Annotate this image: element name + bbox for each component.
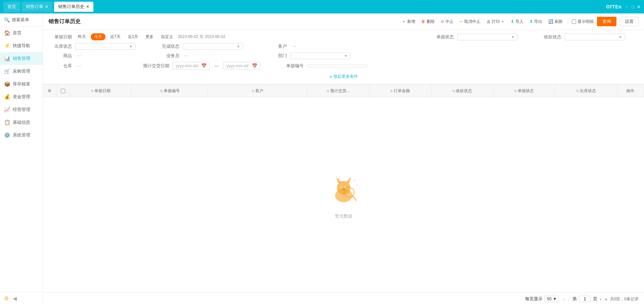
sidebar-item-quick-nav[interactable]: ⚡ 快捷导航 — [0, 39, 43, 52]
th-out-status[interactable]: ⇅ 出库状态 — [555, 85, 617, 97]
th-out-status-label: 出库状态 — [580, 88, 596, 94]
th-settings[interactable]: ⚙ — [43, 85, 56, 97]
sort-icon-bill: ⇅ — [514, 89, 517, 93]
tab-sales-order[interactable]: 销售订单 ✕ — [22, 2, 52, 12]
display-toggle[interactable]: 显示明细 — [572, 19, 594, 25]
sort-icon-pay: ⇅ — [452, 89, 455, 93]
customer-ellipsis[interactable]: ··· — [290, 43, 297, 49]
tab-sales-order-label: 销售订单 — [26, 4, 43, 10]
cal-to-icon: 📅 — [252, 63, 257, 68]
th-checkbox[interactable] — [56, 85, 70, 97]
set-button[interactable]: 设置 — [620, 17, 639, 26]
refresh-icon: 🔄 — [548, 19, 553, 24]
select-all-checkbox[interactable] — [61, 89, 65, 93]
th-amount[interactable]: ⇅ 订单金额 — [369, 85, 431, 97]
date-group: 昨天 今天 近7天 近1月 更多 自定义 2023-06-02 至 2023-0… — [75, 33, 225, 40]
display-toggle-checkbox[interactable] — [572, 20, 576, 24]
out-status-control: ▼ — [75, 43, 149, 50]
add-label: 新增 — [407, 19, 415, 25]
date-custom[interactable]: 自定义 — [158, 33, 176, 40]
settings-bottom-icon[interactable]: ⚙ — [4, 295, 9, 302]
export-button[interactable]: ⬆ 导出 — [528, 18, 544, 25]
bill-number-control — [307, 65, 381, 67]
tab-sales-order-history-close[interactable]: ✕ — [86, 4, 89, 9]
sidebar-item-sales[interactable]: 📊 销售管理 — [0, 52, 43, 65]
salesperson-ellipsis[interactable]: ··· — [183, 53, 190, 59]
cancel-stop-button[interactable]: ↩ 取消中止 — [458, 18, 482, 25]
table-area: ⚙ ⇅ 单据日期 ⇅ 单据编号 ⇅ 客户 ⇅ — [43, 84, 644, 293]
import-button[interactable]: ⬇ 导入 — [509, 18, 525, 25]
sidebar-bottom: ⚙ ◀ — [0, 292, 43, 305]
sidebar-item-finance[interactable]: 💰 资金管理 — [0, 90, 43, 103]
stop-button[interactable]: ⊘ 中止 — [439, 18, 455, 25]
complete-status-select[interactable]: ▼ — [183, 43, 243, 50]
dept-select[interactable]: ▼ — [290, 52, 351, 59]
date-label: 单据日期 — [48, 34, 75, 40]
th-action-label: 操作 — [626, 88, 634, 94]
dept-label: 部门 — [263, 53, 290, 59]
sidebar-item-purchase-label: 采购管理 — [13, 68, 30, 74]
bill-status-control: ▼ — [457, 34, 531, 40]
page-input[interactable] — [579, 296, 591, 302]
sidebar-item-inventory[interactable]: 📦 库存核算 — [0, 78, 43, 90]
th-number[interactable]: ⇅ 单据编号 — [132, 85, 208, 97]
date-from-placeholder: yyyy-mm-dd — [176, 64, 198, 68]
maximize-btn[interactable]: □ — [632, 4, 634, 9]
complete-status-label: 完成状态 — [156, 43, 183, 49]
th-date[interactable]: ⇅ 单据日期 — [70, 85, 132, 97]
collapse-icon: ∧ — [329, 74, 332, 79]
collapse-sidebar-icon[interactable]: ◀ — [13, 295, 17, 302]
bill-status-select[interactable]: ▼ — [457, 34, 518, 40]
delete-icon: 🗑 — [421, 19, 425, 24]
print-icon: 🖨 — [486, 19, 490, 24]
per-page-select[interactable]: 50 ▼ — [545, 296, 559, 302]
tab-home[interactable]: 首页 — [3, 2, 20, 12]
bill-number-input[interactable] — [307, 65, 368, 67]
sidebar-item-home[interactable]: 🏠 首页 — [0, 27, 43, 39]
add-button[interactable]: ＋ 新增 — [400, 18, 417, 25]
tab-sales-order-history[interactable]: 销售订单历史 ✕ — [54, 2, 93, 12]
tab-sales-order-close[interactable]: ✕ — [45, 4, 48, 9]
sidebar-item-system[interactable]: ⚙️ 系统管理 — [0, 129, 43, 142]
sort-icon-date: ⇅ — [91, 89, 93, 93]
th-customer[interactable]: ⇅ 客户 — [208, 85, 307, 97]
sidebar-item-basic-info[interactable]: 📋 基础信息 — [0, 116, 43, 129]
empty-text: 暂无数据 — [335, 213, 352, 219]
pay-status-select[interactable]: ▼ — [565, 34, 625, 40]
filter-row-1: 单据日期 昨天 今天 近7天 近1月 更多 自定义 2023-06-02 至 2… — [48, 33, 639, 40]
date-yesterday[interactable]: 昨天 — [75, 33, 89, 40]
date-from-input[interactable]: yyyy-mm-dd 📅 — [173, 62, 210, 70]
top-bar-right: OfTEn － □ ✕ — [606, 4, 641, 10]
sidebar-item-purchase[interactable]: 🛒 采购管理 — [0, 65, 43, 78]
date-today[interactable]: 今天 — [91, 33, 105, 40]
th-bill-status[interactable]: ⇅ 单据状态 — [493, 85, 555, 97]
first-page-btn[interactable]: « — [562, 296, 565, 302]
last-page-btn[interactable]: » — [604, 296, 608, 302]
close-btn[interactable]: ✕ — [637, 4, 641, 9]
th-pay-status[interactable]: ⇅ 收款状态 — [431, 85, 493, 97]
collapse-row[interactable]: ∧ 收起更多条件 — [48, 72, 639, 81]
prev-page-btn[interactable]: ‹ — [568, 296, 570, 302]
warehouse-ellipsis[interactable]: ··· — [75, 63, 82, 69]
svg-point-8 — [341, 186, 342, 187]
date-1month[interactable]: 近1月 — [125, 33, 141, 40]
minimize-btn[interactable]: － — [625, 4, 629, 10]
sidebar-item-inventory-label: 库存核算 — [13, 81, 30, 87]
print-button[interactable]: 🖨 打印 ▼ — [485, 18, 506, 25]
import-icon: ⬇ — [511, 19, 514, 24]
delete-button[interactable]: 🗑 删除 — [420, 18, 436, 25]
next-page-btn[interactable]: › — [599, 296, 602, 302]
out-status-select[interactable]: ▼ — [75, 43, 136, 50]
svg-text:✦: ✦ — [353, 179, 355, 182]
sidebar-search[interactable]: 🔍 搜索菜单 — [0, 13, 43, 27]
date-7days[interactable]: 近7天 — [108, 33, 123, 40]
refresh-button[interactable]: 🔄 刷新 — [547, 18, 564, 25]
date-more[interactable]: 更多 — [143, 33, 156, 40]
product-ellipsis[interactable]: ··· — [75, 53, 82, 59]
tab-home-label: 首页 — [7, 4, 16, 10]
query-button[interactable]: 查询 — [597, 17, 616, 26]
date-to-input[interactable]: yyyy-mm-dd 📅 — [223, 62, 260, 70]
sidebar-item-operations[interactable]: 📈 经营管理 — [0, 103, 43, 116]
th-delivery[interactable]: ⇅ 预计交货... — [307, 85, 369, 97]
cancel-stop-label: 取消中止 — [464, 19, 480, 25]
